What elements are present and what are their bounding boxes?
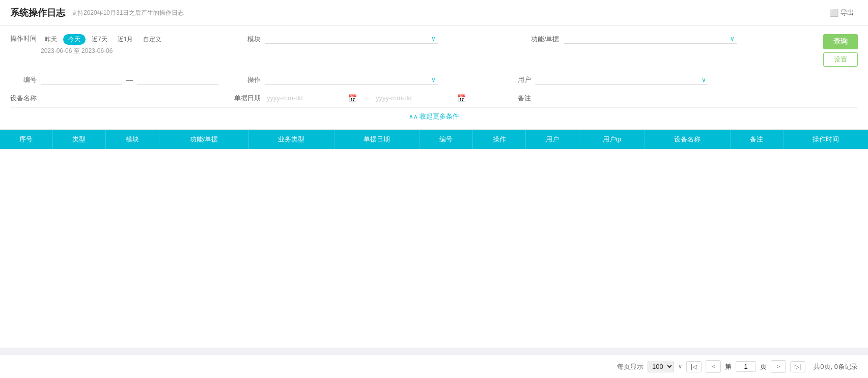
col-voucher-date: 单据日期 bbox=[334, 130, 419, 149]
time-btn-today[interactable]: 今天 bbox=[63, 34, 86, 45]
per-page-label: 每页显示 bbox=[617, 362, 643, 371]
col-user-ip: 用户ip bbox=[579, 130, 645, 149]
operation-select[interactable]: ∨ bbox=[265, 75, 438, 85]
last-page-icon: ▷| bbox=[795, 363, 801, 370]
col-op-time: 操作时间 bbox=[783, 130, 868, 149]
data-table: 序号 类型 模块 功能/单据 业务类型 单据日期 编号 操作 用户 用户ip 设… bbox=[0, 130, 868, 149]
operation-dropdown-icon: ∨ bbox=[431, 76, 436, 83]
voucher-date-label: 单据日期 bbox=[234, 94, 265, 103]
export-button[interactable]: ⬜ 导出 bbox=[826, 6, 858, 19]
horizontal-scrollbar[interactable] bbox=[0, 348, 868, 355]
page-header: 系统操作日志 支持2020年10月31日之后产生的操作日志 ⬜ 导出 bbox=[0, 0, 868, 26]
scrollbar-inner bbox=[0, 349, 865, 350]
col-number: 编号 bbox=[419, 130, 472, 149]
time-filter-group: 昨天 今天 近7天 近1月 自定义 2023-06-06 至 2023-06-0… bbox=[41, 34, 165, 55]
time-btn-custom[interactable]: 自定义 bbox=[139, 34, 165, 45]
prev-page-icon: ＜ bbox=[710, 363, 716, 370]
time-btn-7days[interactable]: 近7天 bbox=[88, 34, 111, 45]
col-module: 模块 bbox=[106, 130, 159, 149]
number-dash: — bbox=[126, 76, 133, 84]
device-input[interactable] bbox=[41, 93, 183, 103]
user-dropdown-icon: ∨ bbox=[702, 76, 706, 83]
date-to-input[interactable] bbox=[374, 93, 455, 103]
next-page-icon: ＞ bbox=[775, 363, 781, 370]
module-label: 模块 bbox=[234, 35, 265, 44]
col-device-name: 设备名称 bbox=[645, 130, 730, 149]
date-dash: — bbox=[363, 95, 370, 102]
user-select-value bbox=[537, 79, 699, 81]
module-dropdown-icon: ∨ bbox=[431, 35, 436, 42]
next-page-button[interactable]: ＞ bbox=[771, 360, 786, 373]
collapse-icon: ∧∧ bbox=[409, 113, 418, 120]
page-title: 系统操作日志 bbox=[10, 7, 65, 19]
col-remark: 备注 bbox=[730, 130, 783, 149]
user-select[interactable]: ∨ bbox=[535, 75, 708, 85]
query-button[interactable]: 查询 bbox=[823, 34, 858, 49]
operation-select-value bbox=[267, 79, 429, 81]
page-prefix-label: 第 bbox=[725, 362, 732, 371]
filter-area: 操作时间 昨天 今天 近7天 近1月 自定义 2023-06-06 至 2023… bbox=[0, 26, 868, 130]
table-container: 序号 类型 模块 功能/单据 业务类型 单据日期 编号 操作 用户 用户ip 设… bbox=[0, 130, 868, 348]
time-btn-1month[interactable]: 近1月 bbox=[114, 34, 137, 45]
time-range-display: 2023-06-06 至 2023-06-06 bbox=[41, 47, 165, 55]
function-select[interactable]: ∨ bbox=[564, 34, 737, 44]
header-left: 系统操作日志 支持2020年10月31日之后产生的操作日志 bbox=[10, 7, 184, 19]
col-type: 类型 bbox=[52, 130, 105, 149]
function-label: 功能/单据 bbox=[528, 35, 564, 44]
date-from-input[interactable] bbox=[265, 93, 346, 103]
operation-label: 操作 bbox=[234, 75, 265, 84]
last-page-button[interactable]: ▷| bbox=[790, 361, 805, 372]
page-number-input[interactable] bbox=[736, 361, 756, 372]
user-label: 用户 bbox=[499, 75, 535, 84]
table-header-row: 序号 类型 模块 功能/单据 业务类型 单据日期 编号 操作 用户 用户ip 设… bbox=[0, 130, 868, 149]
page-subtitle: 支持2020年10月31日之后产生的操作日志 bbox=[71, 9, 184, 17]
remark-input[interactable] bbox=[535, 93, 708, 103]
module-select-value bbox=[267, 38, 429, 40]
calendar-icon-1[interactable]: 📅 bbox=[348, 94, 357, 102]
export-icon: ⬜ bbox=[830, 9, 838, 17]
collapse-bar: ∧∧ 收起更多条件 bbox=[10, 107, 858, 121]
time-btn-yesterday[interactable]: 昨天 bbox=[41, 34, 61, 45]
pagination-total: 共0页, 0条记录 bbox=[814, 362, 858, 371]
per-page-select[interactable]: 100 50 200 bbox=[648, 361, 674, 372]
number-input-from[interactable] bbox=[41, 75, 122, 85]
settings-button[interactable]: 设置 bbox=[823, 52, 858, 67]
col-user: 用户 bbox=[526, 130, 579, 149]
pagination-area: 每页显示 100 50 200 ∨ |◁ ＜ 第 页 ＞ ▷| 共0页, 0条记… bbox=[0, 355, 868, 378]
function-select-value bbox=[566, 38, 728, 40]
first-page-icon: |◁ bbox=[691, 363, 697, 370]
dropdown-arrow-icon: ∨ bbox=[678, 363, 682, 370]
page-suffix-label: 页 bbox=[760, 362, 767, 371]
export-label: 导出 bbox=[841, 8, 854, 17]
col-function: 功能/单据 bbox=[159, 130, 248, 149]
action-buttons: 查询 设置 bbox=[823, 34, 858, 67]
col-seq: 序号 bbox=[0, 130, 52, 149]
first-page-button[interactable]: |◁ bbox=[686, 361, 702, 372]
col-operation: 操作 bbox=[472, 130, 525, 149]
number-label: 编号 bbox=[10, 75, 41, 84]
remark-label: 备注 bbox=[499, 94, 535, 103]
prev-page-button[interactable]: ＜ bbox=[706, 360, 721, 373]
function-dropdown-icon: ∨ bbox=[730, 35, 735, 42]
page-container: 系统操作日志 支持2020年10月31日之后产生的操作日志 ⬜ 导出 操作时间 … bbox=[0, 0, 868, 378]
col-biz-type: 业务类型 bbox=[249, 130, 334, 149]
collapse-label: 收起更多条件 bbox=[419, 112, 459, 120]
time-label: 操作时间 bbox=[10, 34, 41, 43]
collapse-button[interactable]: ∧∧ 收起更多条件 bbox=[409, 112, 460, 121]
module-select[interactable]: ∨ bbox=[265, 34, 438, 44]
number-input-to[interactable] bbox=[137, 75, 218, 85]
device-label: 设备名称 bbox=[10, 94, 41, 103]
calendar-icon-2[interactable]: 📅 bbox=[457, 94, 466, 102]
